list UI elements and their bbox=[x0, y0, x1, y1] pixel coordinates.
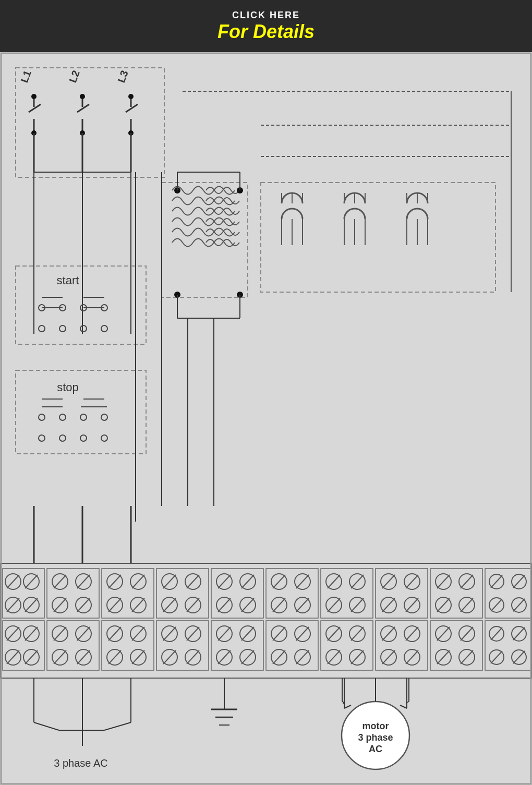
click-here-text: CLICK HERE bbox=[232, 10, 300, 21]
svg-point-3 bbox=[31, 94, 37, 99]
motor-text-line3: AC bbox=[369, 744, 382, 754]
diagram-area: L1 L2 L3 bbox=[0, 52, 532, 785]
svg-point-13 bbox=[128, 94, 134, 99]
start-label: start bbox=[57, 274, 79, 287]
svg-rect-0 bbox=[0, 52, 532, 785]
three-phase-ac-label: 3 phase AC bbox=[54, 757, 107, 769]
motor-text-line1: motor bbox=[362, 721, 389, 731]
motor-text-line2: 3 phase bbox=[358, 732, 393, 743]
svg-point-8 bbox=[80, 94, 85, 99]
for-details-text: For Details bbox=[217, 21, 315, 43]
header-banner[interactable]: CLICK HERE For Details bbox=[0, 0, 532, 52]
stop-label: stop bbox=[57, 381, 79, 394]
